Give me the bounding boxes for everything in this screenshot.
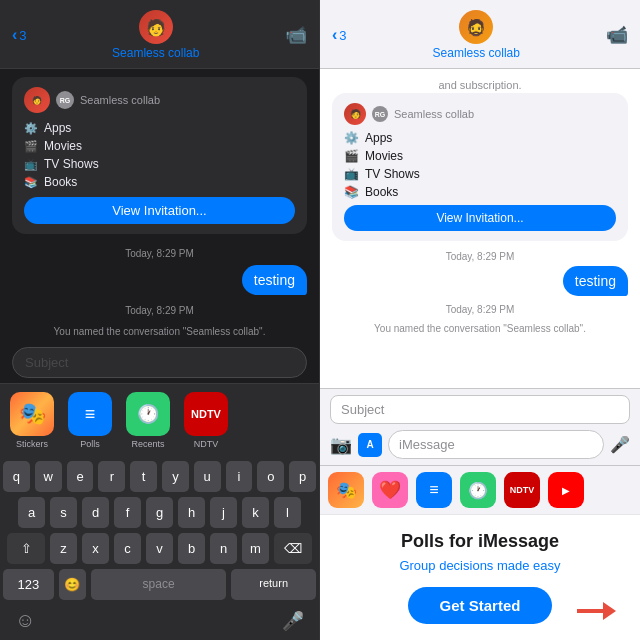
subject-input-left[interactable]: Subject [12,347,307,378]
left-app-tray: 🎭 Stickers ≡ Polls 🕐 Recents NDTV NDTV [0,383,319,457]
subject-placeholder: Subject [341,402,384,417]
key-p[interactable]: p [289,461,316,492]
view-invitation-button[interactable]: View Invitation... [24,197,295,224]
key-d[interactable]: d [82,497,109,528]
camera-icon[interactable]: 📷 [330,434,352,456]
tvshows-label: TV Shows [44,157,99,171]
key-y[interactable]: y [162,461,189,492]
left-app-list: ⚙️ Apps 🎬 Movies 📺 TV Shows 📚 Books [24,119,295,191]
right-top-bar: ‹ 3 🧔 Seamless collab 📹 [320,0,640,69]
recents-label: Recents [131,439,164,449]
right-tray-polls[interactable]: ≡ [416,472,452,508]
key-w[interactable]: w [35,461,62,492]
polls-icon: ≡ [68,392,112,436]
movies-icon: 🎬 [24,140,38,153]
right-subject-input[interactable]: Subject [330,395,630,424]
key-e[interactable]: e [67,461,94,492]
right-tray-youtube[interactable]: ▶ [548,472,584,508]
get-started-button[interactable]: Get Started [408,587,553,624]
key-c[interactable]: c [114,533,141,564]
tray-item-recents[interactable]: 🕐 Recents [126,392,170,449]
key-b[interactable]: b [178,533,205,564]
left-back-button[interactable]: ‹ 3 [12,26,27,44]
key-q[interactable]: q [3,461,30,492]
share-seamless-label: Seamless collab [80,94,160,106]
key-j[interactable]: j [210,497,237,528]
movies-label: Movies [44,139,82,153]
right-books-icon: 📚 [344,185,359,199]
delete-key[interactable]: ⌫ [274,533,312,564]
list-item: ⚙️ Apps [24,119,295,137]
right-system-time: Today, 8:29 PM [332,304,628,315]
appstore-icon[interactable]: A [358,433,382,457]
key-o[interactable]: o [257,461,284,492]
right-imessage-row: 📷 A iMessage 🎤 [330,430,630,459]
right-panel: ‹ 3 🧔 Seamless collab 📹 and subscription… [320,0,640,640]
right-view-invitation-button[interactable]: View Invitation... [344,205,616,231]
right-truncated-text: and subscription. [332,77,628,93]
emoji-bottom-icon[interactable]: ☺ [15,609,35,632]
key-h[interactable]: h [178,497,205,528]
keyboard-row-4: 123 😊 space return [3,569,316,600]
key-r[interactable]: r [98,461,125,492]
mic-bottom-icon[interactable]: 🎤 [282,610,304,632]
right-back-button[interactable]: ‹ 3 [332,26,347,44]
share-card-rg: RG [56,91,74,109]
left-time-label: Today, 8:29 PM [12,248,307,259]
right-app-tray: 🎭 ❤️ ≡ 🕐 NDTV ▶ [320,465,640,514]
keyboard-row-1: q w e r t y u i o p [3,461,316,492]
right-contact-name[interactable]: Seamless collab [433,46,520,60]
shift-key[interactable]: ⇧ [7,533,45,564]
tvshows-icon: 📺 [24,158,38,171]
key-s[interactable]: s [50,497,77,528]
right-tray-ndtv[interactable]: NDTV [504,472,540,508]
right-tray-stickers[interactable]: 🎭 [328,472,364,508]
right-chevron-left-icon: ‹ [332,26,337,44]
chevron-left-icon: ‹ [12,26,17,44]
left-keyboard: q w e r t y u i o p a s d f g h j k l ⇧ … [0,457,319,640]
key-u[interactable]: u [194,461,221,492]
key-n[interactable]: n [210,533,237,564]
right-share-card: 🧑 RG Seamless collab ⚙️ Apps 🎬 Movies 📺 … [332,93,628,241]
polls-intro-section: Polls for iMessage Group decisions made … [320,514,640,640]
key-i[interactable]: i [226,461,253,492]
right-imessage-input[interactable]: iMessage [388,430,604,459]
key-m[interactable]: m [242,533,269,564]
right-rg-badge: RG [372,106,388,122]
key-l[interactable]: l [274,497,301,528]
key-k[interactable]: k [242,497,269,528]
stickers-label: Stickers [16,439,48,449]
right-apps-icon: ⚙️ [344,131,359,145]
polls-title: Polls for iMessage [401,531,559,552]
list-item: 📺 TV Shows [344,165,616,183]
key-a[interactable]: a [18,497,45,528]
emoji-key[interactable]: 😊 [59,569,86,600]
subject-placeholder-left: Subject [25,355,68,370]
right-mic-icon[interactable]: 🎤 [610,435,630,454]
return-key[interactable]: return [231,569,316,600]
num-key[interactable]: 123 [3,569,54,600]
list-item: 📚 Books [24,173,295,191]
left-share-card: 🧑 RG Seamless collab ⚙️ Apps 🎬 Movies [12,77,307,234]
rg-initials: RG [60,97,71,104]
right-tray-heart[interactable]: ❤️ [372,472,408,508]
key-g[interactable]: g [146,497,173,528]
video-call-icon[interactable]: 📹 [285,24,307,46]
share-avatar: 🧑 [24,87,50,113]
key-z[interactable]: z [50,533,77,564]
left-contact-name[interactable]: Seamless collab [112,46,199,60]
space-key[interactable]: space [91,569,227,600]
right-seamless-label: Seamless collab [394,108,474,120]
right-video-call-icon[interactable]: 📹 [606,24,628,46]
tray-item-ndtv[interactable]: NDTV NDTV [184,392,228,449]
tray-item-polls[interactable]: ≡ Polls [68,392,112,449]
key-t[interactable]: t [130,461,157,492]
key-f[interactable]: f [114,497,141,528]
key-v[interactable]: v [146,533,173,564]
right-tray-recents[interactable]: 🕐 [460,472,496,508]
right-movies-icon: 🎬 [344,149,359,163]
key-x[interactable]: x [82,533,109,564]
right-message-bubble: testing [563,266,628,296]
keyboard-row-2: a s d f g h j k l [3,497,316,528]
tray-item-stickers[interactable]: 🎭 Stickers [10,392,54,449]
